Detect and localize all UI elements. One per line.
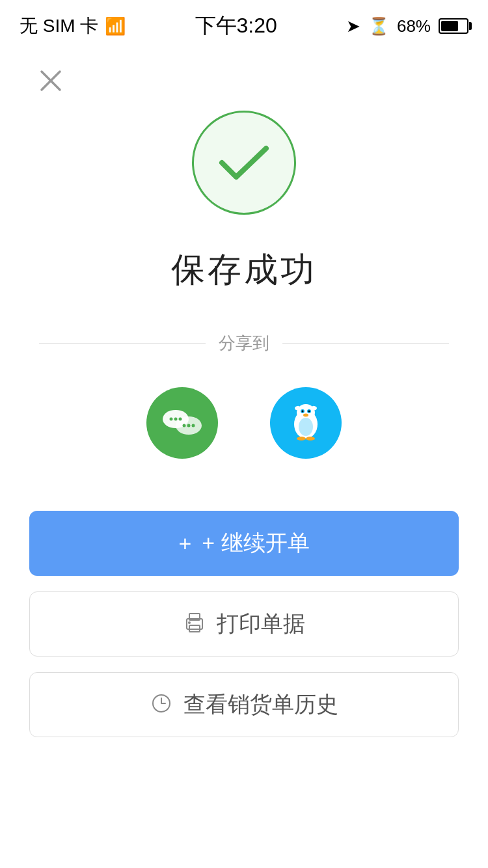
svg-point-20 [297, 437, 306, 441]
svg-point-16 [303, 414, 308, 417]
status-time: 下午3:20 [195, 12, 277, 40]
svg-point-25 [188, 621, 191, 624]
wechat-icon [161, 406, 203, 440]
qq-share-button[interactable] [270, 387, 342, 459]
close-icon [39, 69, 62, 92]
battery-icon [439, 18, 468, 34]
divider-right [282, 343, 449, 344]
main-content: 保存成功 分享到 [0, 52, 488, 737]
share-icons [146, 387, 342, 459]
share-label: 分享到 [219, 332, 269, 355]
alarm-icon: ⏳ [368, 16, 389, 36]
svg-point-17 [299, 418, 313, 436]
svg-point-4 [170, 418, 173, 421]
svg-point-15 [308, 411, 310, 413]
print-label: 打印单据 [217, 609, 305, 639]
svg-point-8 [187, 424, 191, 427]
status-left: 无 SIM 卡 📶 [20, 14, 126, 38]
history-button[interactable]: 查看销货单历史 [29, 672, 459, 737]
continue-button[interactable]: + + 继续开单 [29, 511, 459, 576]
close-button[interactable] [33, 62, 69, 99]
share-section: 分享到 [0, 332, 488, 459]
continue-label: + 继续开单 [202, 528, 309, 558]
wechat-share-button[interactable] [146, 387, 218, 459]
print-icon [183, 611, 206, 638]
qq-icon [288, 402, 324, 444]
history-label: 查看销货单历史 [183, 690, 338, 720]
action-buttons: + + 继续开单 打印单据 查看销货单历史 [29, 511, 459, 737]
svg-point-6 [179, 418, 182, 421]
no-sim-label: 无 SIM 卡 [20, 14, 98, 38]
svg-point-7 [183, 424, 186, 427]
success-title: 保存成功 [171, 247, 317, 293]
history-icon [150, 692, 173, 718]
print-button[interactable]: 打印单据 [29, 591, 459, 657]
plus-icon: + [178, 532, 191, 554]
success-circle [192, 111, 296, 215]
status-right: ➤ ⏳ 68% [346, 16, 468, 36]
share-divider: 分享到 [0, 332, 488, 355]
battery-label: 68% [397, 16, 431, 36]
checkmark-icon [218, 143, 270, 182]
svg-point-5 [174, 418, 178, 421]
svg-point-21 [306, 437, 315, 441]
svg-point-14 [302, 411, 304, 413]
location-icon: ➤ [346, 16, 360, 36]
status-bar: 无 SIM 卡 📶 下午3:20 ➤ ⏳ 68% [0, 0, 488, 52]
divider-left [39, 343, 206, 344]
svg-point-9 [192, 424, 195, 427]
wifi-icon: 📶 [105, 16, 126, 36]
